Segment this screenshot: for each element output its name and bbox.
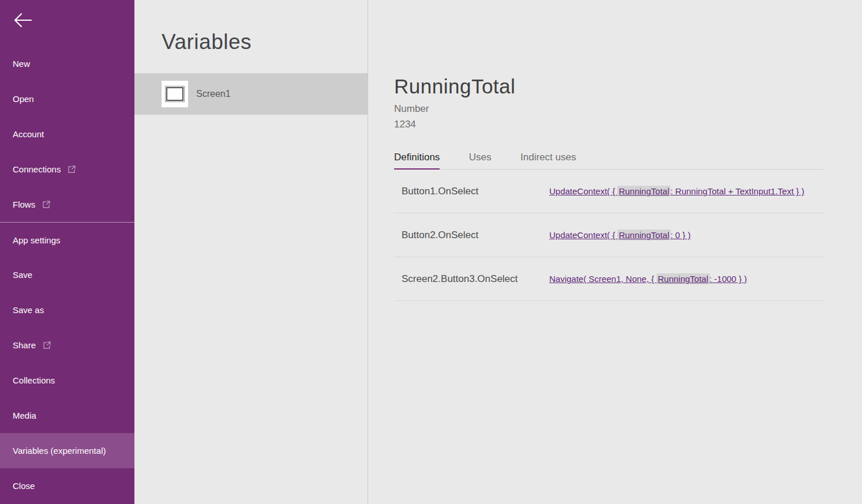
highlighted-variable: RunningTotal <box>617 230 670 240</box>
sidebar-item-label: App settings <box>13 235 61 245</box>
sidebar-item-connections[interactable]: Connections <box>0 152 134 187</box>
sidebar-item-save[interactable]: Save <box>0 257 134 292</box>
definition-formula-link[interactable]: Navigate( Screen1, None, { RunningTotal:… <box>549 274 747 284</box>
external-link-icon <box>43 341 51 349</box>
sidebar-item-open[interactable]: Open <box>0 81 134 116</box>
sidebar-item-collections[interactable]: Collections <box>0 363 134 398</box>
powerapps-studio-window: New Open Account Connections Flows <box>0 0 862 504</box>
definition-row: Button1.OnSelect UpdateContext( { Runnin… <box>394 170 823 213</box>
tab-indirect-uses[interactable]: Indirect uses <box>520 152 576 168</box>
definition-source-label: Button2.OnSelect <box>394 230 549 241</box>
sidebar-item-share[interactable]: Share <box>0 328 134 363</box>
back-button[interactable] <box>12 12 33 31</box>
sidebar-item-media[interactable]: Media <box>0 398 134 433</box>
variables-list-item-screen1[interactable]: Screen1 <box>134 73 368 115</box>
sidebar-item-label: Connections <box>13 164 61 174</box>
sidebar-item-label: Media <box>13 411 36 420</box>
definition-formula-link[interactable]: UpdateContext( { RunningTotal: RunningTo… <box>549 186 804 196</box>
sidebar-menu: New Open Account Connections Flows <box>0 46 134 503</box>
definition-formula-link[interactable]: UpdateContext( { RunningTotal: 0 } ) <box>549 230 691 240</box>
sidebar-item-label: Account <box>13 129 44 139</box>
highlighted-variable: RunningTotal <box>617 186 670 197</box>
sidebar-item-label: New <box>13 59 30 69</box>
sidebar-item-variables-experimental[interactable]: Variables (experimental) <box>0 433 134 468</box>
sidebar-item-label: Save as <box>13 305 44 315</box>
definition-source-label: Screen2.Button3.OnSelect <box>394 273 549 285</box>
sidebar-item-label: Flows <box>13 200 35 209</box>
app-menu-sidebar: New Open Account Connections Flows <box>0 0 134 504</box>
sidebar-item-account[interactable]: Account <box>0 116 134 152</box>
sidebar-item-label: Save <box>13 270 32 280</box>
sidebar-item-label: Variables (experimental) <box>13 446 106 456</box>
back-arrow-icon <box>13 12 32 31</box>
sidebar-item-close[interactable]: Close <box>0 468 134 503</box>
variable-value-label: 1234 <box>394 119 823 130</box>
definition-row: Screen2.Button3.OnSelect Navigate( Scree… <box>394 257 823 301</box>
sidebar-item-flows[interactable]: Flows <box>0 187 134 222</box>
variable-detail-panel: RunningTotal Number 1234 Definitions Use… <box>368 0 862 504</box>
external-link-icon <box>42 201 50 209</box>
tab-uses[interactable]: Uses <box>469 152 492 168</box>
variable-name-title: RunningTotal <box>394 75 823 98</box>
variables-list-panel: Variables Screen1 <box>134 0 368 504</box>
sidebar-item-save-as[interactable]: Save as <box>0 292 134 328</box>
detail-tabs: Definitions Uses Indirect uses <box>394 152 823 170</box>
sidebar-item-label: Close <box>13 481 35 491</box>
external-link-icon <box>68 166 76 174</box>
highlighted-variable: RunningTotal <box>657 273 710 284</box>
sidebar-item-new[interactable]: New <box>0 46 134 81</box>
definition-source-label: Button1.OnSelect <box>394 186 549 197</box>
sidebar-item-app-settings[interactable]: App settings <box>0 222 134 257</box>
screen-item-label: Screen1 <box>196 89 231 99</box>
screen-icon <box>162 81 188 107</box>
tab-definitions[interactable]: Definitions <box>394 152 440 170</box>
sidebar-item-label: Open <box>13 94 34 104</box>
definition-row: Button2.OnSelect UpdateContext( { Runnin… <box>394 213 823 257</box>
sidebar-item-label: Share <box>13 340 36 350</box>
variable-type-label: Number <box>394 103 823 115</box>
variables-panel-title: Variables <box>134 0 368 54</box>
sidebar-item-label: Collections <box>13 375 55 385</box>
